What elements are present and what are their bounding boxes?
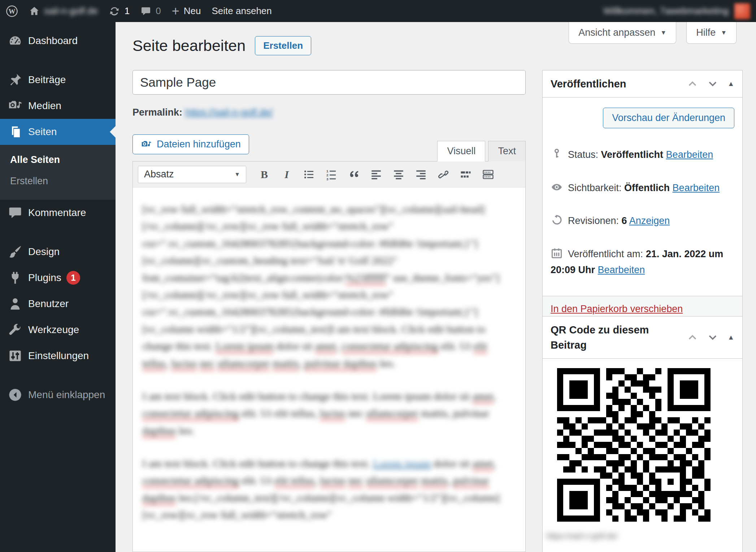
- align-center-icon[interactable]: [389, 166, 408, 183]
- row-edit-link[interactable]: Bearbeiten: [673, 182, 720, 193]
- sidebar-submenu: Alle SeitenErstellen: [0, 145, 116, 200]
- home-icon: [29, 6, 40, 17]
- move-down-icon[interactable]: [707, 332, 718, 343]
- add-media-button[interactable]: Dateien hinzufügen: [132, 134, 249, 154]
- editor-tab-visuell[interactable]: Visuell: [437, 141, 485, 161]
- editor-mode-tabs: VisuellText: [434, 141, 526, 161]
- align-left-icon[interactable]: [367, 166, 386, 183]
- sidebar-item-media[interactable]: Medien: [0, 93, 116, 119]
- user-icon: [8, 297, 22, 311]
- collapse-panel-icon[interactable]: ▲: [727, 333, 734, 341]
- move-up-icon[interactable]: [687, 78, 698, 89]
- sidebar-item-dashboard[interactable]: Dashboard: [0, 28, 116, 54]
- dashboard-icon: [8, 34, 22, 48]
- site-menu[interactable]: sail-n-golf.de: [29, 5, 98, 17]
- sidebar-item-label: Dashboard: [28, 35, 78, 47]
- publish-row-revisionen: Revisionen: 6 Anzeigen: [543, 207, 742, 230]
- editor-paragraph-blurred: [vc_row full_width="stretch_row_content_…: [142, 200, 516, 372]
- row-edit-link[interactable]: Anzeigen: [629, 215, 670, 226]
- qr-panel-title: QR Code zu diesem Beitrag: [551, 322, 684, 353]
- row-edit-link[interactable]: Bearbeiten: [598, 264, 645, 275]
- qr-code-image: [557, 368, 711, 522]
- sidebar-item-collapse[interactable]: Menü einklappen: [0, 382, 116, 408]
- chevron-down-icon: ▼: [234, 171, 240, 178]
- admin-bar: W sail-n-golf.de 1 0 + Neu Seite ansehen…: [0, 0, 756, 22]
- sidebar-item-label: Design: [28, 246, 60, 258]
- italic-icon: I: [284, 168, 289, 181]
- updates-menu[interactable]: 1: [109, 5, 130, 17]
- new-label: Neu: [184, 5, 201, 17]
- numbered-list-icon[interactable]: 123: [322, 166, 341, 183]
- comments-count: 0: [156, 5, 161, 17]
- publish-row-status: Status: Veröffentlicht Bearbeiten: [543, 141, 742, 164]
- sidebar-item-pages[interactable]: Seiten: [0, 119, 116, 145]
- publish-row-sichtbarkeit: Sichtbarkeit: Öffentlich Bearbeiten: [543, 174, 742, 198]
- admin-sidebar: DashboardBeiträgeMedienSeitenAlle Seiten…: [0, 22, 116, 552]
- sidebar-item-design[interactable]: Design: [0, 239, 116, 265]
- svg-text:W: W: [8, 8, 15, 15]
- row-label: Status:: [568, 149, 598, 160]
- permalink-label: Permalink:: [132, 107, 182, 118]
- sidebar-subitem-alle-seiten[interactable]: Alle Seiten: [0, 149, 116, 171]
- comments-menu[interactable]: 0: [140, 5, 161, 17]
- editor-content[interactable]: [vc_row full_width="stretch_row_content_…: [133, 187, 525, 552]
- publish-panel: Veröffentlichen ▲ Vorschau der Änderunge…: [542, 70, 743, 349]
- permalink-link[interactable]: https://sail-n-golf.de/: [185, 107, 273, 118]
- row-edit-link[interactable]: Bearbeiten: [666, 149, 713, 160]
- sidebar-item-label: Medien: [28, 100, 61, 112]
- move-down-icon[interactable]: [707, 78, 718, 89]
- classic-editor: Dateien hinzufügen VisuellText Absatz ▼ …: [132, 134, 526, 552]
- sidebar-item-users[interactable]: Benutzer: [0, 291, 116, 317]
- screen-options-button[interactable]: Ansicht anpassen ▼: [569, 22, 676, 44]
- editor-paragraph-blurred: I am text block. Click edit button to ch…: [142, 455, 516, 523]
- more-tag-icon[interactable]: [456, 166, 475, 183]
- menu-separator: [0, 369, 116, 382]
- view-page-menu[interactable]: Seite ansehen: [212, 5, 272, 17]
- toolbar-toggle-icon[interactable]: [479, 166, 498, 183]
- wordpress-logo-icon: W: [6, 5, 18, 17]
- collapse-icon: [8, 388, 22, 402]
- sidebar-item-posts[interactable]: Beiträge: [0, 67, 116, 93]
- paragraph-format-select[interactable]: Absatz ▼: [138, 166, 246, 183]
- menu-separator: [0, 226, 116, 239]
- align-right-icon[interactable]: [412, 166, 430, 183]
- help-button[interactable]: Hilfe ▼: [686, 22, 737, 44]
- italic-button[interactable]: I: [277, 166, 296, 183]
- sidebar-item-label: Kommentare: [28, 207, 86, 219]
- new-content-menu[interactable]: + Neu: [172, 5, 201, 17]
- svg-text:3: 3: [326, 177, 329, 180]
- plugins-update-badge: 1: [66, 271, 80, 285]
- sidebar-item-label: Menü einklappen: [28, 389, 105, 401]
- link-icon[interactable]: [434, 166, 453, 183]
- wrench-icon: [8, 323, 22, 337]
- sidebar-item-settings[interactable]: Einstellungen: [0, 343, 116, 369]
- site-name: sail-n-golf.de: [44, 5, 98, 17]
- bullet-list-icon[interactable]: [300, 166, 318, 183]
- media-icon: [141, 139, 152, 150]
- collapse-panel-icon[interactable]: ▲: [727, 80, 734, 88]
- add-new-page-button[interactable]: Erstellen: [255, 36, 311, 55]
- add-media-label: Dateien hinzufügen: [157, 139, 241, 150]
- key-icon: [551, 148, 563, 160]
- move-to-trash-link[interactable]: In den Papierkorb verschieben: [551, 303, 683, 315]
- bold-button[interactable]: B: [255, 166, 274, 183]
- sidebar-item-plugins[interactable]: Plugins1: [0, 265, 116, 291]
- sidebar-subitem-erstellen[interactable]: Erstellen: [0, 171, 116, 192]
- permalink-row: Permalink: https://sail-n-golf.de/: [132, 107, 273, 118]
- comments-icon: [8, 206, 22, 220]
- wordpress-logo-menu[interactable]: W: [6, 5, 18, 17]
- user-greeting[interactable]: Willkommen, 7awebmarketing: [603, 5, 729, 17]
- chevron-down-icon: ▼: [721, 29, 727, 36]
- sidebar-item-tools[interactable]: Werkzeuge: [0, 317, 116, 343]
- menu-separator: [0, 54, 116, 67]
- svg-text:2: 2: [326, 173, 329, 177]
- post-title-input[interactable]: [132, 70, 526, 95]
- sidebar-item-comments[interactable]: Kommentare: [0, 200, 116, 226]
- avatar[interactable]: [734, 3, 750, 19]
- blockquote-icon[interactable]: [344, 166, 363, 183]
- view-page-label: Seite ansehen: [212, 5, 272, 17]
- move-up-icon[interactable]: [687, 332, 698, 343]
- help-label: Hilfe: [696, 27, 716, 38]
- preview-changes-button[interactable]: Vorschau der Änderungen: [603, 108, 734, 128]
- editor-tab-text[interactable]: Text: [488, 141, 526, 161]
